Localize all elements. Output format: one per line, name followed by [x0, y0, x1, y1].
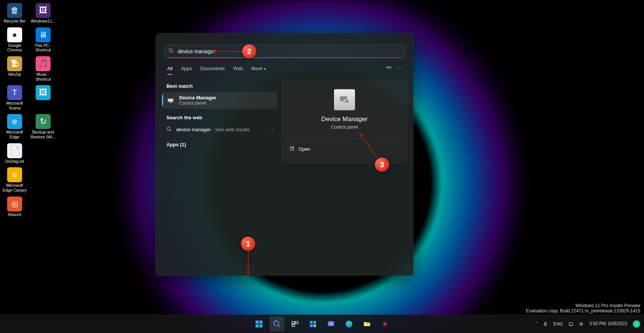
desktop-icon[interactable]: ◎ShareX	[1, 195, 28, 217]
web-suffix-text: - See web results	[212, 127, 250, 132]
tab-apps[interactable]: Apps	[181, 63, 192, 74]
open-action[interactable]: Open	[286, 144, 314, 154]
svg-rect-15	[259, 324, 262, 327]
task-view-button[interactable]	[288, 316, 303, 332]
svg-rect-23	[310, 324, 313, 327]
search-box[interactable]	[164, 45, 405, 58]
svg-point-2	[386, 67, 388, 68]
icon-label: Google Chrome	[1, 43, 28, 52]
svg-line-7	[170, 130, 171, 131]
connected-apps-icon[interactable]	[386, 65, 392, 72]
icon-label: Music - Shortcut	[30, 72, 56, 81]
desktop-icon[interactable]: eMicrosoft Edge	[1, 112, 28, 139]
app-icon: e	[7, 114, 22, 129]
best-match-result[interactable]: Device Manager Control panel	[162, 92, 277, 109]
svg-rect-19	[295, 322, 298, 324]
app-icon: 🗑	[7, 3, 22, 18]
chat-button[interactable]	[323, 316, 338, 332]
svg-point-26	[330, 323, 332, 324]
desktop-icon[interactable]: ↻Backup and Restore (Wi...	[30, 112, 56, 139]
clock-time: 3:50 PM	[589, 321, 606, 327]
search-input[interactable]	[177, 48, 401, 55]
svg-rect-32	[569, 323, 572, 326]
web-search-result[interactable]: device manager - See web results ›	[162, 123, 277, 136]
clock-date: 10/6/2021	[608, 321, 628, 327]
search-icon	[166, 126, 172, 133]
search-icon	[168, 48, 174, 55]
tab-web[interactable]: Web	[233, 63, 243, 74]
search-web-heading: Search the web	[166, 115, 273, 120]
detail-subtitle: Control panel	[331, 124, 358, 130]
app-icon: ↻	[36, 114, 51, 129]
tab-more[interactable]: More ▾	[251, 63, 265, 74]
taskbar: ˄ ENG 3:50 PM 10/6/2021 3	[0, 315, 644, 333]
desktop-icon[interactable]: ●Google Chrome	[1, 26, 28, 52]
detail-device-manager-icon	[334, 89, 355, 110]
desktop-icons-area: 🗑Recycle Bin🖼Windows11...●Google Chrome🖥…	[0, 0, 63, 218]
desktop-icon[interactable]: 🗑Recycle Bin	[1, 2, 28, 24]
tab-all[interactable]: All	[167, 63, 172, 74]
app-icon: ●	[7, 27, 22, 42]
svg-rect-28	[364, 323, 370, 326]
web-query-text: device manager	[176, 127, 211, 132]
svg-rect-14	[256, 324, 259, 327]
start-button[interactable]	[252, 316, 267, 332]
watermark-line-2: Evaluation copy. Build 22471.rs_prerelea…	[526, 308, 640, 314]
icon-label: Windows11...	[31, 19, 55, 24]
microphone-icon[interactable]	[543, 321, 548, 327]
svg-rect-20	[292, 324, 295, 327]
desktop-icon[interactable]: 🖥This PC - Shortcut	[30, 26, 56, 52]
desktop-icon[interactable]: 🖼	[30, 84, 56, 110]
svg-rect-24	[313, 324, 316, 327]
svg-point-6	[167, 127, 170, 130]
app-icon: 🎵	[36, 56, 51, 71]
volume-icon[interactable]	[579, 321, 584, 327]
windows-watermark: Windows 11 Pro Insider Preview Evaluatio…	[526, 303, 640, 314]
chevron-right-icon: ›	[271, 127, 273, 132]
icon-label: Microsoft Edge	[1, 130, 28, 139]
edge-button[interactable]	[341, 316, 356, 332]
app-icon: e	[7, 167, 22, 182]
detail-title: Device Manager	[321, 116, 368, 123]
icon-label: ShareX	[8, 212, 22, 217]
desktop-icon[interactable]: TMicrosoft Teams	[1, 84, 28, 110]
tray-chevron-icon[interactable]: ˄	[535, 321, 538, 327]
app-icon: 🗜	[7, 56, 22, 71]
tab-documents[interactable]: Documents	[200, 63, 225, 74]
more-options-icon[interactable]: ⋯	[397, 66, 402, 71]
best-match-subtitle: Control panel	[179, 100, 216, 106]
svg-rect-13	[259, 321, 262, 324]
svg-point-10	[346, 100, 348, 102]
icon-label: DxDiag.txt	[5, 159, 24, 164]
desktop-icon[interactable]: eMicrosoft Edge Canary	[1, 166, 28, 192]
svg-line-1	[172, 51, 173, 52]
app-icon: ◎	[7, 196, 22, 212]
best-match-title: Device Manager	[179, 95, 216, 100]
search-tabs: AllAppsDocumentsWebMore ▾ ⋯	[156, 63, 413, 74]
desktop-icon[interactable]: 🖼Windows11...	[30, 2, 56, 24]
svg-point-30	[383, 322, 386, 325]
recorder-button[interactable]	[377, 316, 392, 332]
svg-rect-12	[256, 321, 259, 324]
svg-line-17	[278, 325, 280, 327]
app-icon: T	[7, 85, 22, 100]
file-explorer-button[interactable]	[359, 316, 374, 332]
chevron-down-icon: ▾	[264, 67, 266, 71]
clock[interactable]: 3:50 PM 10/6/2021	[589, 321, 628, 327]
app-icon: 🖼	[36, 3, 51, 18]
network-icon[interactable]	[568, 321, 574, 327]
svg-point-3	[389, 67, 391, 68]
desktop-icon[interactable]: 🎵Music - Shortcut	[30, 55, 56, 81]
apps-heading: Apps (1)	[166, 142, 273, 147]
language-indicator[interactable]: ENG	[553, 321, 563, 327]
svg-rect-22	[313, 321, 316, 324]
icon-label: Backup and Restore (Wi...	[30, 130, 56, 139]
desktop-icon[interactable]: 🗜WinZip	[1, 55, 28, 81]
search-button[interactable]	[270, 316, 285, 332]
icon-label: WinZip	[8, 72, 21, 77]
app-icon: 🖥	[36, 27, 51, 42]
notification-badge[interactable]: 3	[633, 320, 640, 328]
widgets-button[interactable]	[306, 316, 321, 332]
desktop-icon[interactable]: 📄DxDiag.txt	[1, 142, 28, 164]
divider	[286, 139, 403, 139]
